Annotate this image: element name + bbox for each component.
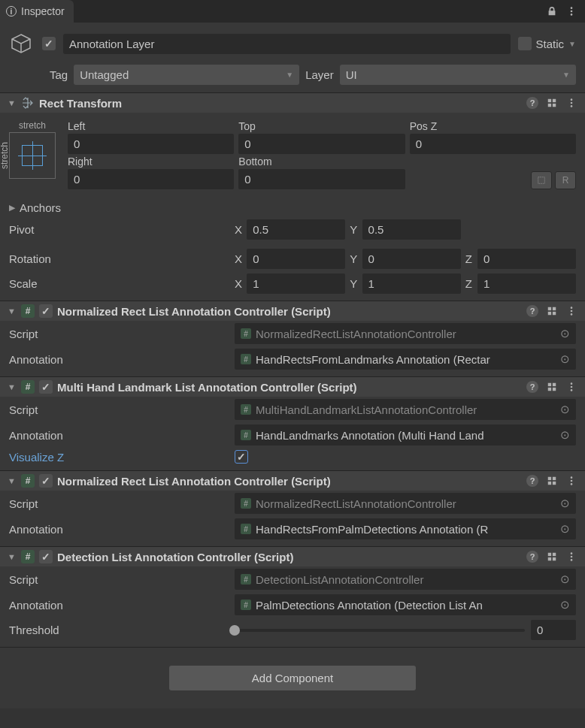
left-input[interactable] (68, 134, 234, 154)
script-field: # DetectionListAnnotationController ⊙ (235, 569, 576, 590)
svg-rect-6 (553, 104, 556, 107)
preset-icon[interactable] (546, 551, 558, 563)
svg-rect-32 (548, 553, 551, 556)
raw-edit-button[interactable]: R (555, 171, 576, 189)
anchor-left-label: stretch (0, 142, 10, 169)
threshold-row: Threshold (0, 618, 585, 642)
add-component-button[interactable]: Add Component (169, 666, 416, 690)
enable-checkbox[interactable] (39, 304, 53, 318)
lock-icon[interactable] (546, 5, 558, 17)
script-file-icon: # (241, 354, 251, 364)
kebab-menu-icon[interactable] (565, 551, 577, 563)
rect-transform-body: stretch stretch Left Top Pos Z Right Bot… (0, 113, 585, 198)
script-row: Script # NormalizedRectListAnnotationCon… (0, 321, 585, 346)
svg-point-1 (571, 11, 573, 13)
threshold-input[interactable] (531, 620, 576, 640)
gameobject-name-input[interactable] (63, 34, 511, 54)
annotation-field[interactable]: # HandRectsFromPalmDetections Annotation… (235, 518, 576, 539)
annotation-label: Annotation (9, 599, 235, 612)
tab-label: Inspector (21, 5, 65, 17)
anchors-foldout[interactable]: ▶ Anchors (0, 198, 585, 217)
object-picker-icon[interactable]: ⊙ (560, 428, 570, 442)
svg-point-16 (571, 310, 573, 313)
static-dropdown-caret[interactable]: ▼ (568, 40, 576, 48)
foldout-icon[interactable]: ▼ (8, 98, 17, 107)
component-header-3[interactable]: ▼ # Detection List Annotation Controller… (0, 546, 585, 566)
script-value: NormalizedRectListAnnotationController (256, 328, 456, 340)
right-input[interactable] (68, 169, 234, 189)
rotation-x-input[interactable] (247, 249, 345, 269)
help-icon[interactable]: ? (526, 305, 538, 317)
pivot-y-input[interactable] (362, 219, 461, 240)
preset-icon[interactable] (546, 305, 558, 317)
blueprint-mode-button[interactable] (531, 171, 552, 189)
z-label: Z (465, 277, 474, 290)
annotation-field[interactable]: # PalmDetections Annotation (Detection L… (235, 594, 576, 615)
object-picker-icon[interactable]: ⊙ (560, 352, 570, 366)
preset-icon[interactable] (546, 381, 558, 393)
object-picker-icon[interactable]: ⊙ (560, 403, 570, 416)
help-icon[interactable]: ? (526, 381, 538, 393)
scale-y-input[interactable] (362, 273, 461, 294)
help-icon[interactable]: ? (526, 97, 538, 109)
help-icon[interactable]: ? (526, 475, 538, 487)
static-checkbox[interactable] (518, 37, 532, 50)
rotation-z-input[interactable] (477, 249, 576, 269)
foldout-icon[interactable]: ▼ (8, 476, 17, 485)
rotation-row: Rotation X Y Z (0, 246, 585, 271)
preset-icon[interactable] (546, 475, 558, 487)
component-header-2[interactable]: ▼ # Normalized Rect List Annotation Cont… (0, 470, 585, 491)
kebab-menu-icon[interactable] (565, 97, 577, 109)
object-picker-icon[interactable]: ⊙ (560, 572, 570, 586)
inspector-tab[interactable]: i Inspector (0, 0, 74, 23)
anchor-preset-button[interactable] (9, 132, 56, 179)
layer-label: Layer (305, 68, 334, 81)
svg-point-37 (571, 556, 573, 558)
object-picker-icon[interactable]: ⊙ (560, 598, 570, 612)
enable-checkbox[interactable] (39, 474, 53, 488)
object-picker-icon[interactable]: ⊙ (560, 522, 570, 536)
foldout-icon[interactable]: ▼ (8, 382, 17, 391)
threshold-slider[interactable] (235, 629, 525, 632)
info-icon: i (6, 6, 17, 17)
tag-dropdown[interactable]: Untagged ▼ (74, 65, 299, 85)
component-header-1[interactable]: ▼ # Multi Hand Landmark List Annotation … (0, 376, 585, 397)
scale-z-input[interactable] (477, 273, 576, 294)
active-checkbox[interactable] (42, 37, 56, 50)
top-input[interactable] (238, 134, 405, 154)
svg-point-36 (571, 552, 573, 554)
annotation-field[interactable]: # HandLandmarks Annotation (Multi Hand L… (235, 424, 576, 446)
enable-checkbox[interactable] (39, 380, 53, 394)
slider-thumb[interactable] (229, 625, 240, 636)
gameobject-icon[interactable] (8, 30, 35, 57)
help-icon[interactable]: ? (526, 551, 538, 563)
posz-input[interactable] (410, 134, 576, 154)
bottom-input[interactable] (238, 169, 405, 189)
foldout-icon[interactable]: ▼ (8, 552, 17, 561)
svg-rect-20 (548, 388, 551, 391)
kebab-menu-icon[interactable] (565, 5, 577, 17)
rotation-y-input[interactable] (362, 249, 461, 269)
svg-rect-4 (553, 99, 556, 102)
enable-checkbox[interactable] (39, 550, 53, 563)
layer-dropdown[interactable]: UI ▼ (340, 65, 576, 85)
object-picker-icon[interactable]: ⊙ (560, 327, 570, 340)
svg-rect-25 (548, 477, 551, 480)
rect-transform-header[interactable]: ▼ Rect Transform ? (0, 92, 585, 113)
visualize-z-checkbox[interactable] (235, 450, 248, 464)
add-component-wrap: Add Component (0, 647, 585, 708)
script-label: Script (9, 497, 235, 510)
kebab-menu-icon[interactable] (565, 305, 577, 317)
svg-rect-18 (548, 383, 551, 386)
svg-point-2 (571, 14, 573, 16)
pivot-x-input[interactable] (247, 219, 345, 240)
foldout-icon[interactable]: ▼ (8, 307, 17, 316)
kebab-menu-icon[interactable] (565, 475, 577, 487)
foldout-icon: ▶ (9, 203, 15, 213)
annotation-field[interactable]: # HandRectsFromLandmarks Annotation (Rec… (235, 349, 576, 370)
scale-x-input[interactable] (247, 273, 345, 294)
preset-icon[interactable] (546, 97, 558, 109)
component-header-0[interactable]: ▼ # Normalized Rect List Annotation Cont… (0, 301, 585, 321)
kebab-menu-icon[interactable] (565, 381, 577, 393)
object-picker-icon[interactable]: ⊙ (560, 497, 570, 510)
